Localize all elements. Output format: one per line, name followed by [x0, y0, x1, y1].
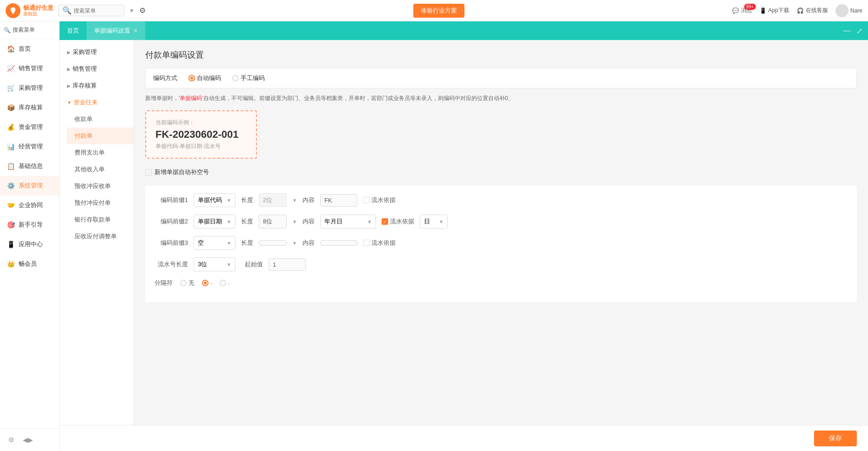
sec-item-label: 费用支出单: [74, 148, 105, 157]
prefix3-stream-checkbox[interactable]: 流水依据: [363, 239, 396, 247]
home-icon: 🏠: [7, 45, 15, 53]
serial-length-select[interactable]: 3位 ▼: [194, 257, 236, 271]
sidebar-item-sales[interactable]: 📈 销售管理: [0, 59, 59, 78]
sidebar-item-system[interactable]: ⚙️ 系统管理: [0, 176, 59, 195]
chevron-right-icon: ▶: [67, 50, 71, 55]
user-area[interactable]: Nare: [835, 4, 862, 17]
encoding-mode-panel: 编码方式 自动编码 手工编码: [145, 68, 857, 88]
sep-none-radio-btn[interactable]: [180, 280, 187, 286]
auto-fill-checkbox[interactable]: [145, 169, 152, 175]
sidebar-item-label: 经营管理: [19, 142, 43, 151]
sep-other-radio[interactable]: ·: [220, 280, 230, 287]
manual-code-radio-btn[interactable]: [232, 75, 239, 81]
chevron-down-icon: ▼: [67, 100, 72, 105]
message-icon: 💬: [732, 7, 739, 14]
code-preview-box: 当前编码示例： FK-20230602-001 单据代码-单据日期-流水号: [145, 110, 257, 159]
sec-item-expense[interactable]: 费用支出单: [67, 144, 134, 161]
sec-item-prepaid-recv[interactable]: 预收冲应收单: [67, 178, 134, 195]
sec-item-prepaid-pay[interactable]: 预付冲应付单: [67, 195, 134, 211]
prefix2-select[interactable]: 单据日期 ▼: [194, 215, 236, 229]
prefix2-content-select[interactable]: 年月日 ▼: [320, 215, 376, 229]
tab-home-label: 首页: [67, 27, 79, 35]
sec-item-label: 付款单: [74, 132, 93, 140]
prefix2-stream-label: 流水依据: [390, 217, 414, 226]
sec-group-sales[interactable]: ▶ 销售管理: [60, 61, 134, 77]
sidebar-item-home[interactable]: 🏠 首页: [0, 39, 59, 59]
tab-close-icon[interactable]: ✕: [133, 27, 138, 34]
serial-length-value: 3位: [198, 260, 207, 269]
sep-dot-radio-btn[interactable]: [202, 280, 209, 286]
sec-item-receipt[interactable]: 收款单: [67, 111, 134, 128]
experience-button[interactable]: 体验行业方案: [413, 4, 464, 18]
prefix1-select[interactable]: 单据代码 ▼: [194, 193, 236, 207]
app-download-button[interactable]: 📱 App下载: [760, 7, 789, 14]
prefix2-stream-check-btn[interactable]: ✓: [382, 218, 388, 225]
prefix2-length-label: 长度: [241, 217, 253, 226]
prefix1-length-input[interactable]: 2位: [259, 193, 287, 207]
sec-item-other-income[interactable]: 其他收入单: [67, 161, 134, 178]
chevron-down-icon[interactable]: ▼: [129, 7, 135, 14]
sep-none-radio[interactable]: 无: [180, 279, 195, 287]
prefix2-stream-checkbox[interactable]: ✓ 流水依据: [382, 217, 414, 226]
sidebar-item-operations[interactable]: 📊 经营管理: [0, 137, 59, 156]
secondary-sidebar: ▶ 采购管理 ▶ 销售管理 ▶ 库存核算 ▼ 资金往来 收款单: [60, 40, 134, 425]
sep-other-radio-btn[interactable]: [220, 280, 226, 286]
sidebar-item-inventory[interactable]: 📦 库存核算: [0, 98, 59, 117]
messages-button[interactable]: 💬 消息 99+: [732, 7, 752, 14]
save-button[interactable]: 保存: [814, 431, 857, 446]
prefix3-select[interactable]: 空 ▼: [194, 236, 236, 250]
sidebar-item-guide[interactable]: 🎯 新手引导: [0, 215, 59, 235]
code-preview-value: FK-20230602-001: [155, 128, 247, 141]
tab-encoding-settings[interactable]: 单据编码设置 ✕: [87, 21, 145, 40]
prefix2-stream-unit-select[interactable]: 日 ▼: [420, 215, 448, 229]
sidebar-item-basic[interactable]: 📋 基础信息: [0, 156, 59, 176]
sec-group-inventory[interactable]: ▶ 库存核算: [60, 77, 134, 94]
settings-icon[interactable]: ⚙: [139, 6, 146, 15]
sec-group-purchase[interactable]: ▶ 采购管理: [60, 44, 134, 61]
online-service-button[interactable]: 🎧 在线客服: [797, 7, 828, 14]
sec-item-label: 预收冲应收单: [74, 182, 111, 190]
sec-item-payment[interactable]: 付款单: [67, 128, 134, 144]
tab-maximize-btn[interactable]: ⤢: [855, 25, 864, 37]
prefix2-stream-unit: 日: [424, 217, 430, 226]
tabs-bar-right: — ⤢: [841, 25, 868, 37]
encoding-mode-label: 编码方式: [153, 74, 177, 82]
tab-minimize-btn[interactable]: —: [841, 25, 853, 37]
sidebar-collapse-btn[interactable]: ◀▶: [21, 433, 34, 446]
enterprise-icon: 🤝: [7, 201, 15, 209]
sec-group-capital[interactable]: ▼ 资金往来: [60, 94, 134, 111]
sidebar-item-appcenter[interactable]: 📱 应用中心: [0, 235, 59, 254]
page-title: 付款单编码设置: [145, 49, 857, 61]
search-box[interactable]: 🔍: [58, 5, 124, 16]
sep-dot-radio[interactable]: ·: [202, 280, 212, 287]
sec-group-label: 销售管理: [73, 65, 97, 73]
sidebar-item-enterprise[interactable]: 🤝 企业协同: [0, 195, 59, 215]
logo-main: 畅通好生意: [23, 4, 54, 12]
sidebar-item-purchase[interactable]: 🛒 采购管理: [0, 78, 59, 98]
manual-code-radio[interactable]: 手工编码: [232, 74, 265, 82]
start-value-input[interactable]: 1: [269, 258, 306, 271]
prefix3-length-input[interactable]: [259, 240, 287, 246]
logo-icon: [6, 3, 20, 18]
prefix3-row: 编码前缀3 空 ▼ 长度 ▼ 内容 流水依据: [155, 236, 848, 250]
tab-home[interactable]: 首页: [60, 21, 87, 40]
sec-item-bank[interactable]: 银行存取款单: [67, 211, 134, 228]
sidebar-settings-btn[interactable]: ⚙: [5, 433, 18, 446]
sidebar-search-btn[interactable]: 🔍 搜索菜单: [0, 21, 59, 39]
prefix1-stream-check-btn[interactable]: [363, 197, 370, 203]
auto-code-radio[interactable]: 自动编码: [188, 74, 221, 82]
prefix3-stream-check-btn[interactable]: [363, 240, 370, 246]
prefix1-stream-checkbox[interactable]: 流水依据: [363, 196, 396, 204]
sidebar-item-member[interactable]: 👑 畅会员: [0, 254, 59, 274]
appcenter-icon: 📱: [7, 240, 15, 249]
prefix2-length-input[interactable]: 8位: [259, 215, 287, 229]
sidebar-item-label: 应用中心: [19, 240, 43, 249]
auto-code-radio-btn[interactable]: [188, 75, 195, 81]
finance-icon: 💰: [7, 123, 15, 131]
inventory-icon: 📦: [7, 103, 15, 112]
sidebar-item-finance[interactable]: 💰 资金管理: [0, 117, 59, 137]
search-input[interactable]: [74, 7, 120, 14]
prefix2-unit-chevron-icon: ▼: [439, 219, 444, 224]
sec-item-ar-adjust[interactable]: 应收应付调整单: [67, 228, 134, 245]
topbar: 畅通好生意 旗舰版 🔍 ▼ ⚙ 体验行业方案 💬 消息 99+ 📱 App下载 …: [0, 0, 868, 21]
